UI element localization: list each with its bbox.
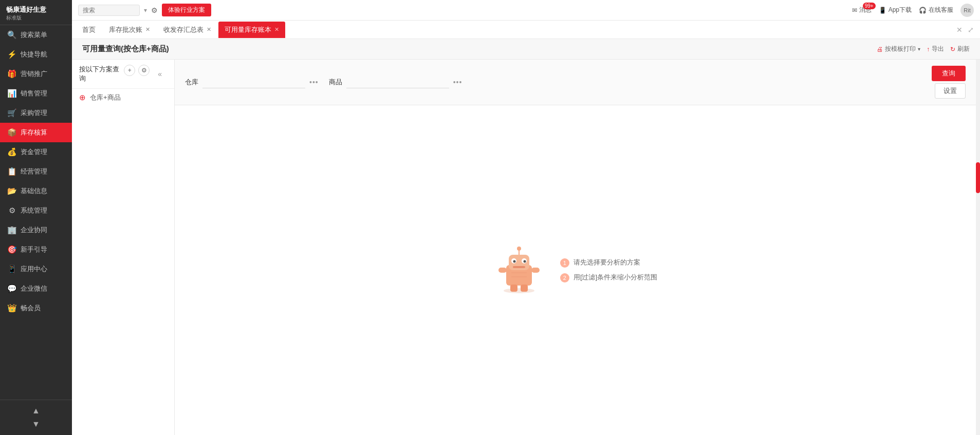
filter-warehouse-product[interactable]: ⊕ 仓库+商品 [72, 89, 174, 106]
query-area: 仓库 ••• 商品 ••• 查询 设置 [175, 60, 976, 435]
filter-settings-button[interactable]: ⚙ [138, 65, 150, 76]
svg-point-8 [517, 247, 521, 251]
scroll-down-button[interactable]: ▼ [7, 418, 65, 431]
sidebar-item-wechat[interactable]: 💬 企业微信 [0, 279, 72, 298]
trial-button[interactable]: 体验行业方案 [162, 4, 211, 16]
system-icon: ⚙ [7, 206, 16, 215]
chevron-down-icon[interactable]: ▾ [918, 46, 920, 52]
page-actions: 🖨 按模板打印 ▾ ↑ 导出 ↻ 刷新 [877, 45, 970, 53]
refresh-action[interactable]: ↻ 刷新 [950, 45, 970, 53]
tab-label: 首页 [82, 25, 96, 34]
sidebar-item-quick-nav[interactable]: ⚡ 快捷导航 [0, 45, 72, 64]
sidebar-item-purchase[interactable]: 🛒 采购管理 [0, 103, 72, 123]
query-filters: 仓库 ••• 商品 ••• 查询 设置 [175, 60, 976, 105]
step-2-text: 用[过滤]条件来缩小分析范围 [574, 273, 657, 282]
avatar[interactable]: Rit [960, 4, 974, 17]
print-label: 按模板打印 [885, 45, 916, 53]
print-action[interactable]: 🖨 按模板打印 ▾ [877, 45, 920, 53]
warehouse-label: 仓库 [185, 78, 198, 87]
search-input[interactable] [78, 5, 140, 16]
sidebar-item-system[interactable]: ⚙ 系统管理 [0, 201, 72, 220]
warehouse-input[interactable] [202, 76, 305, 88]
sidebar-item-inventory[interactable]: 📦 库存核算 [0, 123, 72, 142]
sidebar-item-label: 经营管理 [21, 167, 47, 176]
tab-label: 库存批次账 [109, 25, 142, 34]
message-item[interactable]: ✉ 消息 99+ [852, 6, 872, 14]
svg-point-0 [504, 288, 534, 293]
enterprise-icon: 🏢 [7, 225, 16, 235]
sidebar-item-label: 采购管理 [21, 108, 47, 118]
close-icon[interactable]: ✕ [207, 26, 211, 33]
collapse-panel-button[interactable]: « [153, 65, 167, 83]
inventory-icon: 📦 [7, 128, 16, 137]
filter-panel: 按以下方案查询 + ⚙ « ⊕ 仓库+商品 [72, 60, 175, 435]
warehouse-filter-group: 仓库 ••• [185, 76, 319, 88]
close-icon[interactable]: ✕ [145, 26, 150, 33]
gear-icon[interactable]: ⚙ [151, 6, 158, 14]
sidebar-item-label: 新手引导 [21, 245, 47, 254]
operations-icon: 📋 [7, 167, 16, 176]
empty-illustration [493, 244, 545, 296]
tab-label: 可用量库存账本 [225, 25, 271, 34]
sidebar-item-sales[interactable]: 📊 销售管理 [0, 84, 72, 103]
sidebar-item-label: 畅会员 [21, 304, 41, 313]
sidebar-item-basic-info[interactable]: 📂 基础信息 [0, 181, 72, 201]
close-icon[interactable]: ✕ [274, 26, 279, 33]
main-area: ▾ ⚙ 体验行业方案 ✉ 消息 99+ 📱 App下载 🎧 在线客服 Rit 首… [72, 0, 980, 435]
sidebar-item-member[interactable]: 👑 畅会员 [0, 298, 72, 318]
sidebar-bottom: ▲ ▼ [0, 400, 72, 435]
close-window-button[interactable]: ✕ [954, 26, 965, 34]
warehouse-icon: ⊕ [79, 93, 86, 102]
export-action[interactable]: ↑ 导出 [927, 45, 944, 53]
onboarding-icon: 🎯 [7, 245, 16, 254]
svg-rect-10 [498, 268, 507, 273]
query-button[interactable]: 查询 [932, 66, 966, 81]
app-download-item[interactable]: 📱 App下载 [879, 6, 912, 14]
sidebar-item-app-center[interactable]: 📱 应用中心 [0, 259, 72, 279]
robot-svg [493, 244, 545, 296]
sidebar-item-onboarding[interactable]: 🎯 新手引导 [0, 240, 72, 259]
chevron-down-icon[interactable]: ▾ [144, 7, 147, 14]
step-number-2: 2 [560, 273, 569, 282]
add-filter-button[interactable]: + [124, 65, 135, 76]
export-label: 导出 [932, 45, 944, 53]
tab-label: 收发存汇总表 [163, 25, 204, 34]
empty-text: 1 请先选择要分析的方案 2 用[过滤]条件来缩小分析范围 [560, 258, 657, 282]
sidebar-item-search[interactable]: 🔍 搜索菜单 [0, 25, 72, 45]
page-title: 可用量查询(按仓库+商品) [82, 44, 169, 54]
svg-rect-9 [513, 266, 525, 268]
sidebar-item-finance[interactable]: 💰 资金管理 [0, 142, 72, 162]
step-number-1: 1 [560, 258, 569, 268]
refresh-icon: ↻ [950, 46, 955, 53]
support-label: 在线客服 [929, 6, 953, 14]
tab-batch-account[interactable]: 库存批次账 ✕ [103, 22, 156, 38]
scroll-up-button[interactable]: ▲ [7, 404, 65, 418]
tab-summary[interactable]: 收发存汇总表 ✕ [157, 22, 217, 38]
tab-home[interactable]: 首页 [76, 22, 102, 38]
topbar: ▾ ⚙ 体验行业方案 ✉ 消息 99+ 📱 App下载 🎧 在线客服 Rit [72, 0, 980, 21]
sidebar-item-label: 搜索菜单 [21, 30, 47, 40]
query-settings-button[interactable]: 设置 [935, 83, 966, 99]
app-version: 标准版 [6, 14, 66, 22]
sidebar-item-label: 库存核算 [21, 128, 47, 137]
filter-header: 按以下方案查询 + ⚙ « [72, 60, 174, 89]
sidebar-item-label: 基础信息 [21, 186, 47, 196]
sidebar-item-label: 企业协同 [21, 225, 47, 235]
sidebar-item-operations[interactable]: 📋 经营管理 [0, 162, 72, 181]
marketing-icon: 🎁 [7, 69, 16, 79]
sidebar-item-marketing[interactable]: 🎁 营销推广 [0, 64, 72, 84]
filter-item-label: 仓库+商品 [90, 93, 121, 102]
support-item[interactable]: 🎧 在线客服 [919, 6, 953, 14]
sidebar-item-enterprise[interactable]: 🏢 企业协同 [0, 220, 72, 240]
sidebar-item-label: 系统管理 [21, 206, 47, 215]
product-input[interactable] [346, 76, 449, 88]
tab-available-stock[interactable]: 可用量库存账本 ✕ [218, 22, 285, 38]
expand-button[interactable]: ⤢ [966, 26, 976, 34]
filter-title: 按以下方案查询 [79, 65, 124, 83]
warehouse-more-icon[interactable]: ••• [309, 78, 319, 86]
product-more-icon[interactable]: ••• [453, 78, 463, 86]
sidebar-item-label: 应用中心 [21, 264, 47, 274]
member-icon: 👑 [7, 304, 16, 313]
app-download-label: App下载 [889, 6, 912, 14]
page-header: 可用量查询(按仓库+商品) 🖨 按模板打印 ▾ ↑ 导出 ↻ 刷新 [72, 39, 980, 60]
